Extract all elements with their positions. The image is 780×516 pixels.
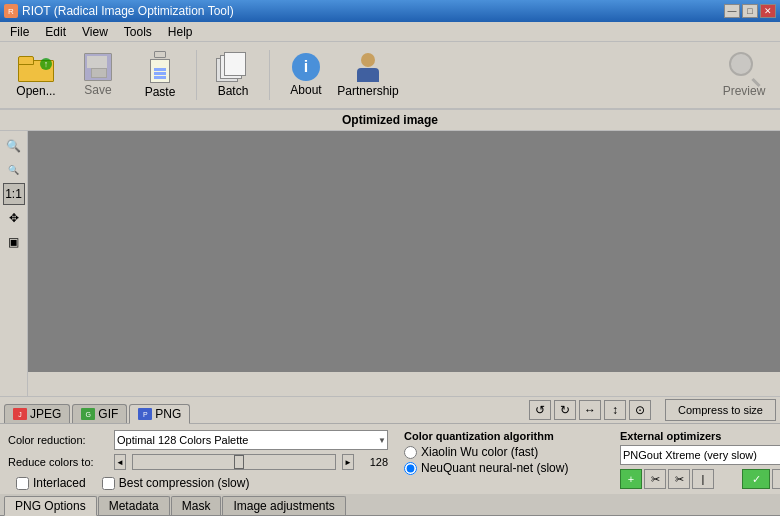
open-button[interactable]: ↑ Open... bbox=[6, 46, 66, 104]
ext-optimizers-header: External optimizers bbox=[620, 430, 780, 442]
hand-icon: ✥ bbox=[9, 211, 19, 225]
xiaolin-radio[interactable] bbox=[404, 446, 417, 459]
tab-png-options[interactable]: PNG Options bbox=[4, 496, 97, 516]
flip-v-button[interactable]: ↕ bbox=[604, 400, 626, 420]
quantization-radio-group: Xiaolin Wu color (fast) NeuQuant neural-… bbox=[404, 445, 604, 475]
about-label: About bbox=[290, 83, 321, 97]
png-icon: P bbox=[138, 408, 152, 420]
slider-right-arrow[interactable]: ► bbox=[342, 454, 354, 470]
slider-left-arrow[interactable]: ◄ bbox=[114, 454, 126, 470]
zoom-100-button[interactable]: 1:1 bbox=[3, 183, 25, 205]
minimize-button[interactable]: — bbox=[724, 4, 740, 18]
paste-button[interactable]: Paste bbox=[130, 46, 190, 104]
about-button[interactable]: i About bbox=[276, 46, 336, 104]
menu-help[interactable]: Help bbox=[160, 23, 201, 41]
opt-ok-button[interactable]: ✓ bbox=[742, 469, 770, 489]
app-icon: R bbox=[4, 4, 18, 18]
opt-add-button[interactable]: + bbox=[620, 469, 642, 489]
optimizer-buttons: + ✂ ✂ | ✓ ▶ bbox=[620, 469, 780, 489]
zoom-out-button[interactable]: 🔍 bbox=[3, 159, 25, 181]
rotate-button[interactable]: ⊙ bbox=[629, 400, 651, 420]
tab-png-label: PNG bbox=[155, 407, 181, 421]
format-tabs: J JPEG G GIF P PNG bbox=[4, 404, 190, 423]
tab-metadata-label: Metadata bbox=[109, 499, 159, 513]
xiaolin-label: Xiaolin Wu color (fast) bbox=[421, 445, 538, 459]
partnership-label: Partnership bbox=[337, 84, 398, 98]
menu-view[interactable]: View bbox=[74, 23, 116, 41]
left-toolbar: 🔍 🔍 1:1 ✥ ▣ bbox=[0, 131, 28, 396]
tab-png-options-label: PNG Options bbox=[15, 499, 86, 513]
png-color-controls: Color reduction: Optimal 128 Colors Pale… bbox=[8, 430, 388, 492]
hand-tool-button[interactable]: ✥ bbox=[3, 207, 25, 229]
slider-track[interactable] bbox=[132, 454, 336, 470]
color-reduction-row: Color reduction: Optimal 128 Colors Pale… bbox=[8, 430, 388, 450]
tab-metadata[interactable]: Metadata bbox=[98, 496, 170, 515]
image-header: Optimized image bbox=[0, 110, 780, 131]
slider-thumb[interactable] bbox=[234, 455, 244, 469]
controls-row: Color reduction: Optimal 128 Colors Pale… bbox=[0, 424, 780, 494]
compress-button[interactable]: Compress to size bbox=[665, 399, 776, 421]
batch-button[interactable]: Batch bbox=[203, 46, 263, 104]
ext-optimizer-select[interactable]: PNGout Xtreme (very slow) bbox=[620, 445, 780, 465]
gif-icon: G bbox=[81, 408, 95, 420]
opt-cancel-button[interactable]: ▶ bbox=[772, 469, 780, 489]
flip-h-icon: ↔ bbox=[584, 403, 596, 417]
menu-tools[interactable]: Tools bbox=[116, 23, 160, 41]
preview-button[interactable]: Preview bbox=[714, 46, 774, 104]
toolbar-sep-2 bbox=[269, 50, 270, 100]
paste-label: Paste bbox=[145, 85, 176, 99]
tab-image-adjustments-label: Image adjustments bbox=[233, 499, 334, 513]
interlaced-checkbox[interactable] bbox=[16, 477, 29, 490]
maximize-button[interactable]: □ bbox=[742, 4, 758, 18]
opt-scissors2-button[interactable]: ✂ bbox=[668, 469, 690, 489]
menu-bar: File Edit View Tools Help bbox=[0, 22, 780, 42]
about-icon: i bbox=[292, 53, 320, 81]
best-compression-checkbox-label[interactable]: Best compression (slow) bbox=[102, 476, 250, 490]
toolbar-sep-1 bbox=[196, 50, 197, 100]
ext-select-wrapper: PNGout Xtreme (very slow) bbox=[620, 445, 780, 465]
tab-jpeg[interactable]: J JPEG bbox=[4, 404, 70, 423]
flip-h-button[interactable]: ↔ bbox=[579, 400, 601, 420]
checkboxes-container: Interlaced Best compression (slow) bbox=[16, 474, 388, 492]
main-area: Optimized image 🔍 🔍 1:1 ✥ ▣ bbox=[0, 110, 780, 516]
opt-scissors1-button[interactable]: ✂ bbox=[644, 469, 666, 489]
neuquant-radio-label[interactable]: NeuQuant neural-net (slow) bbox=[404, 461, 604, 475]
partnership-button[interactable]: Partnership bbox=[338, 46, 398, 104]
quantization-header: Color quantization algorithm bbox=[404, 430, 604, 442]
open-label: Open... bbox=[16, 84, 55, 98]
redo-icon: ↻ bbox=[560, 403, 570, 417]
interlaced-checkbox-label[interactable]: Interlaced bbox=[16, 476, 86, 490]
image-canvas bbox=[28, 131, 780, 372]
save-button[interactable]: Save bbox=[68, 46, 128, 104]
options-tabs: PNG Options Metadata Mask Image adjustme… bbox=[0, 494, 780, 516]
reduce-colors-label: Reduce colors to: bbox=[8, 456, 108, 468]
tab-mask[interactable]: Mask bbox=[171, 496, 222, 515]
app-title: RIOT (Radical Image Optimization Tool) bbox=[22, 4, 234, 18]
tab-gif[interactable]: G GIF bbox=[72, 404, 127, 423]
neuquant-radio[interactable] bbox=[404, 462, 417, 475]
tab-image-adjustments[interactable]: Image adjustments bbox=[222, 496, 345, 515]
color-reduction-select[interactable]: Optimal 128 Colors Palette bbox=[114, 430, 388, 450]
flip-v-icon: ↕ bbox=[612, 403, 618, 417]
undo-button[interactable]: ↺ bbox=[529, 400, 551, 420]
xiaolin-radio-label[interactable]: Xiaolin Wu color (fast) bbox=[404, 445, 604, 459]
jpeg-icon: J bbox=[13, 408, 27, 420]
best-compression-checkbox[interactable] bbox=[102, 477, 115, 490]
best-compression-label: Best compression (slow) bbox=[119, 476, 250, 490]
external-optimizers: External optimizers PNGout Xtreme (very … bbox=[620, 430, 780, 489]
redo-button[interactable]: ↻ bbox=[554, 400, 576, 420]
neuquant-label: NeuQuant neural-net (slow) bbox=[421, 461, 568, 475]
zoom-100-label: 1:1 bbox=[5, 187, 22, 201]
close-button[interactable]: ✕ bbox=[760, 4, 776, 18]
opt-pipe-button[interactable]: | bbox=[692, 469, 714, 489]
menu-edit[interactable]: Edit bbox=[37, 23, 74, 41]
window-controls: — □ ✕ bbox=[724, 4, 776, 18]
zoom-in-button[interactable]: 🔍 bbox=[3, 135, 25, 157]
tab-png[interactable]: P PNG bbox=[129, 404, 190, 424]
color-reduction-wrapper: Optimal 128 Colors Palette bbox=[114, 430, 388, 450]
tab-gif-label: GIF bbox=[98, 407, 118, 421]
menu-file[interactable]: File bbox=[2, 23, 37, 41]
monitor-button[interactable]: ▣ bbox=[3, 231, 25, 253]
interlaced-label: Interlaced bbox=[33, 476, 86, 490]
reduce-colors-value: 128 bbox=[360, 456, 388, 468]
